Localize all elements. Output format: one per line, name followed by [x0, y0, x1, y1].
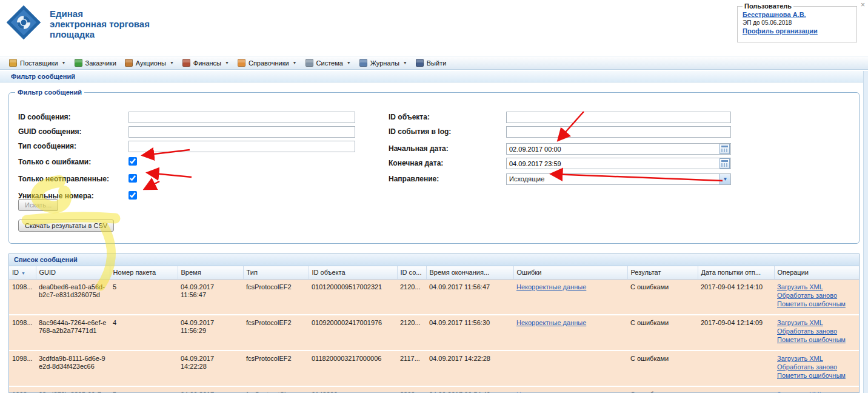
menu-item-exit[interactable]: Выйти: [412, 57, 451, 69]
start-date-label: Начальная дата:: [389, 144, 449, 153]
log-event-id-input[interactable]: [506, 126, 731, 138]
menu-item-finance[interactable]: Финансы ▼: [178, 57, 233, 69]
cell-type: fcsProtocolEF2: [243, 351, 309, 386]
app-logo: Единая электронная торговая площадка: [6, 5, 150, 40]
cell-operations: Загрузить XMLОбработать зановоПометить о…: [774, 279, 859, 315]
app-title-line2: электронная торговая: [50, 19, 150, 29]
direction-select[interactable]: Исходящие ▼: [506, 173, 731, 185]
cell-package-number: 5: [110, 386, 178, 393]
object-id-input[interactable]: [506, 112, 731, 123]
message-row[interactable]: 1098... 3cdfda9b-8111-6d6e-9e2d-8d34f423…: [9, 351, 859, 386]
cell-guid: 8ac9644a-7264-e6ef-e768-a2b2a77471d1: [36, 315, 110, 351]
message-row[interactable]: 1098... 98ed378b-8895-09-7... 5 04.09.20…: [9, 386, 859, 393]
only-unsent-checkbox[interactable]: [129, 174, 137, 183]
column-header-guid[interactable]: GUID: [36, 266, 110, 279]
cell-time: 04.09.2017 14:22:28: [178, 351, 243, 386]
cell-result: С ошибками: [627, 386, 698, 393]
column-header-operations[interactable]: Операции: [774, 266, 859, 279]
guid-label: GUID сообщения:: [18, 127, 82, 136]
operation-link[interactable]: Загрузить XML: [777, 355, 856, 363]
menu-item-directories[interactable]: Справочники ▼: [233, 57, 301, 69]
cell-type: fcsContractSign: [243, 386, 309, 393]
cell-time: 04.09.2017: [178, 386, 243, 393]
start-date-input[interactable]: [506, 143, 731, 155]
column-header-package[interactable]: Номер пакета: [110, 266, 178, 279]
org-profile-link[interactable]: Профиль организации: [743, 27, 852, 35]
chevron-down-icon: ▼: [293, 61, 297, 65]
column-header-type[interactable]: Тип: [243, 266, 309, 279]
operation-link[interactable]: Загрузить XML: [777, 283, 856, 291]
cell-object-id: 0101200009517002321: [309, 279, 397, 315]
page-title: Фильтр сообщений: [0, 71, 868, 82]
cell-errors: Некорректные данные: [513, 279, 627, 315]
column-header-result[interactable]: Результат: [627, 266, 698, 279]
menubar: Поставщики ▼ Заказчики Аукционы ▼ Финанс…: [0, 56, 868, 70]
menu-item-auctions[interactable]: Аукционы ▼: [121, 57, 178, 69]
messages-table: ID▼ GUID Номер пакета Время Тип ID объек…: [9, 266, 860, 393]
cell-operations: Загрузить XMLОбработать зановоПометить о…: [774, 351, 859, 386]
cell-operations: Загрузить XMLОбработать зановоПометить о…: [774, 315, 859, 351]
cell-id: 1098...: [9, 315, 36, 351]
menu-item-suppliers[interactable]: Поставщики ▼: [5, 57, 70, 69]
column-header-attempt-date[interactable]: Дата попытки отп...: [698, 266, 774, 279]
cell-attempt-date: 2017-09-04 12:14:09: [698, 315, 774, 351]
error-details-link[interactable]: Некорректные данные: [516, 319, 586, 326]
chevron-down-icon: ▼: [403, 61, 407, 65]
cell-operations: Загрузить XML: [774, 386, 859, 393]
message-row[interactable]: 1098... 8ac9644a-7264-e6ef-e768-a2b2a774…: [9, 315, 859, 351]
filter-row: Начальная дата:: [9, 143, 859, 155]
operation-link[interactable]: Загрузить XML: [777, 391, 856, 393]
unique-numbers-checkbox[interactable]: [129, 191, 137, 200]
cell-errors: Некорректные данные: [513, 315, 627, 351]
operation-link[interactable]: Пометить ошибочным: [777, 300, 856, 308]
menu-item-system[interactable]: Система ▼: [301, 57, 355, 69]
cell-result: С ошибками: [627, 315, 698, 351]
menu-item-label: Аукционы: [136, 59, 166, 67]
cell-attempt-date: [698, 351, 774, 386]
column-header-time[interactable]: Время: [178, 266, 243, 279]
cell-result: С ошибками: [627, 279, 698, 315]
app-title-line3: площадка: [50, 29, 150, 39]
chevron-down-icon: ▼: [347, 61, 351, 65]
download-csv-button[interactable]: Скачать результаты в CSV: [18, 220, 114, 232]
messages-section: Список сообщений ID▼ GUID Номер пакета В…: [8, 254, 860, 393]
cell-package-number: 5: [110, 279, 178, 315]
column-header-errors[interactable]: Ошибки: [513, 266, 627, 279]
column-header-end-time[interactable]: Время окончания...: [426, 266, 513, 279]
cell-end-time: 04.09.2017 11:56:30: [426, 315, 513, 351]
column-header-object-id[interactable]: ID объекта: [309, 266, 397, 279]
cell-end-time: 04.09.2017 09:54:49: [426, 386, 513, 393]
menu-item-journals[interactable]: Журналы ▼: [355, 57, 412, 69]
operation-link[interactable]: Обработать заново: [777, 292, 856, 300]
operation-link[interactable]: Обработать заново: [777, 328, 856, 335]
calendar-icon[interactable]: [719, 144, 730, 154]
error-details-link[interactable]: Некорректные данные: [516, 391, 586, 393]
cert-expiry-text: ЭП до 05.06.2018: [743, 19, 852, 27]
calendar-icon[interactable]: [719, 158, 730, 169]
error-details-link[interactable]: Некорректные данные: [516, 283, 586, 291]
operation-link[interactable]: Пометить ошибочным: [777, 372, 856, 380]
message-id-input[interactable]: [129, 112, 355, 123]
operation-link[interactable]: Обработать заново: [777, 363, 856, 371]
operation-link[interactable]: Пометить ошибочным: [777, 336, 856, 344]
end-date-input[interactable]: [506, 158, 731, 169]
search-button[interactable]: Искать...: [18, 199, 58, 211]
cell-errors: Некорректные данные: [513, 386, 627, 393]
end-date-label: Конечная дата:: [389, 159, 443, 167]
log-event-id-label: ID события в log:: [389, 127, 451, 136]
chevron-down-icon: ▼: [62, 61, 66, 65]
message-row[interactable]: 1098... dea0bed6-ea10-a56d-b2c7-e831d326…: [9, 279, 859, 315]
menu-item-customers[interactable]: Заказчики: [70, 57, 121, 69]
guid-input[interactable]: [129, 126, 355, 138]
operation-link[interactable]: Загрузить XML: [777, 319, 856, 327]
close-icon[interactable]: ×: [861, 1, 865, 8]
cell-result: С ошибками: [627, 351, 698, 386]
cell-package-number: 4: [110, 315, 178, 351]
direction-label: Направление:: [389, 175, 439, 183]
menu-item-label: Поставщики: [20, 59, 58, 67]
user-name-link[interactable]: Бесстрашнова А.В.: [743, 10, 852, 19]
journals-chart-icon: [359, 59, 367, 67]
cell-id: 1098...: [9, 386, 36, 393]
column-header-id[interactable]: ID▼: [9, 266, 36, 279]
column-header-event-id[interactable]: ID со...: [397, 266, 426, 279]
